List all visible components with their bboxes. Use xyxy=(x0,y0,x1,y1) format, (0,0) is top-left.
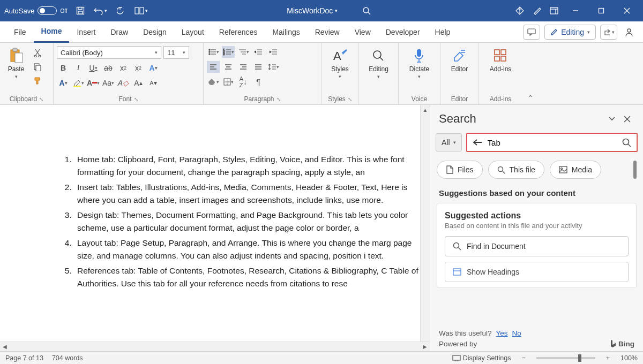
tab-layout[interactable]: Layout xyxy=(174,21,212,43)
zoom-slider[interactable] xyxy=(536,357,595,359)
grow-font-button[interactable]: A▴ xyxy=(132,77,145,89)
font-name-combo[interactable]: Calibri (Body)▾ xyxy=(57,46,161,59)
list-item: Layout tab: Page Setup, Paragraph, and A… xyxy=(74,237,420,262)
editing-group-button[interactable]: Editing▾ xyxy=(364,45,393,81)
subscript-button[interactable]: x2 xyxy=(117,62,130,74)
tab-insert[interactable]: Insert xyxy=(69,21,103,43)
account-icon[interactable] xyxy=(622,27,637,37)
clipboard-dialog-launcher[interactable]: ⤡ xyxy=(39,96,43,102)
minimize-button[interactable] xyxy=(564,0,587,21)
brush-icon[interactable] xyxy=(529,3,544,18)
font-dialog-launcher[interactable]: ⤡ xyxy=(134,96,138,102)
pill-scrollbar[interactable] xyxy=(633,161,637,179)
align-center-button[interactable] xyxy=(222,61,235,73)
tab-design[interactable]: Design xyxy=(136,21,174,43)
show-marks-button[interactable]: ¶ xyxy=(252,76,265,88)
italic-button[interactable]: I xyxy=(72,62,85,74)
line-spacing-button[interactable]: ▾ xyxy=(267,61,280,73)
word-count[interactable]: 704 words xyxy=(52,354,83,362)
strikethrough-button[interactable]: ab xyxy=(102,62,115,74)
sort-button[interactable]: AZ↓ xyxy=(237,76,250,88)
autosave-toggle[interactable]: AutoSave Off xyxy=(4,6,68,15)
zoom-in-button[interactable]: + xyxy=(604,354,612,362)
svg-point-9 xyxy=(627,29,631,32)
display-settings[interactable]: Display Settings xyxy=(452,354,511,362)
search-input[interactable] xyxy=(488,138,617,147)
back-arrow-icon[interactable] xyxy=(473,139,482,146)
zoom-level[interactable]: 100% xyxy=(620,354,638,362)
numbering-button[interactable]: 123▾ xyxy=(222,46,235,58)
tab-mailings[interactable]: Mailings xyxy=(265,21,307,43)
tab-file[interactable]: File xyxy=(6,21,34,43)
superscript-button[interactable]: x2 xyxy=(132,62,145,74)
editor-button[interactable]: Editor xyxy=(447,45,473,75)
tab-references[interactable]: References xyxy=(212,21,265,43)
document-title[interactable]: MiscWorkDoc▾ xyxy=(287,6,338,15)
undo-icon[interactable]: ▾ xyxy=(93,3,108,18)
window-mode-icon[interactable] xyxy=(547,3,562,18)
tab-draw[interactable]: Draw xyxy=(103,21,136,43)
highlight-button[interactable]: ▾ xyxy=(72,77,85,89)
horizontal-scrollbar[interactable]: ◀▶ xyxy=(0,342,430,351)
dictate-button[interactable]: Dictate▾ xyxy=(405,45,433,81)
close-pane-button[interactable] xyxy=(619,111,634,126)
text-effects-button[interactable]: A▾ xyxy=(147,62,160,74)
styles-dialog-launcher[interactable]: ⤡ xyxy=(348,96,352,102)
pill-files[interactable]: Files xyxy=(437,161,483,179)
tab-review[interactable]: Review xyxy=(308,21,347,43)
paste-button[interactable]: Paste▾ xyxy=(3,45,29,81)
shading-button[interactable]: ▾ xyxy=(207,76,220,88)
search-submit-icon[interactable] xyxy=(622,138,631,147)
zoom-out-button[interactable]: − xyxy=(519,354,527,362)
decrease-indent-button[interactable] xyxy=(252,46,265,58)
feedback-no[interactable]: No xyxy=(512,329,521,337)
collapse-ribbon-button[interactable]: ⌃ xyxy=(522,92,539,104)
font-size-combo[interactable]: 11▾ xyxy=(163,46,189,59)
bold-button[interactable]: B xyxy=(57,62,70,74)
cut-icon[interactable] xyxy=(31,47,44,59)
vertical-scrollbar[interactable]: ▲ xyxy=(420,105,430,342)
paragraph-dialog-launcher[interactable]: ⤡ xyxy=(276,96,281,102)
align-left-button[interactable] xyxy=(207,61,220,73)
diamond-icon[interactable] xyxy=(512,3,527,18)
align-right-button[interactable] xyxy=(237,61,250,73)
tab-view[interactable]: View xyxy=(347,21,378,43)
maximize-button[interactable] xyxy=(589,0,613,21)
increase-indent-button[interactable] xyxy=(267,46,280,58)
document-page[interactable]: Home tab: Clipboard, Font, Paragraph, St… xyxy=(0,105,420,342)
save-icon[interactable] xyxy=(73,3,88,18)
view-mode-icon[interactable]: ▾ xyxy=(134,3,149,18)
copy-icon[interactable] xyxy=(31,61,44,73)
justify-button[interactable] xyxy=(252,61,265,73)
editing-mode-button[interactable]: Editing▾ xyxy=(544,25,596,40)
change-case-button[interactable]: Aa▾ xyxy=(102,77,115,89)
page-indicator[interactable]: Page 7 of 13 xyxy=(5,354,43,362)
close-button[interactable] xyxy=(615,0,639,21)
clear-format-button[interactable]: A◇ xyxy=(117,77,130,89)
pill-thisfile[interactable]: This file xyxy=(488,161,544,179)
feedback-yes[interactable]: Yes xyxy=(496,329,508,337)
borders-button[interactable]: ▾ xyxy=(222,76,235,88)
search-box[interactable] xyxy=(466,133,638,152)
share-button[interactable]: ▾ xyxy=(600,25,617,40)
font-color-button[interactable]: A▾ xyxy=(87,77,100,89)
search-icon[interactable] xyxy=(359,3,374,18)
show-headings-button[interactable]: Show Headings xyxy=(445,262,629,282)
shrink-font-button[interactable]: A▾ xyxy=(147,77,160,89)
addins-button[interactable]: Add-ins xyxy=(485,45,516,75)
tab-help[interactable]: Help xyxy=(428,21,458,43)
chevron-down-icon[interactable] xyxy=(604,111,619,126)
format-painter-icon[interactable] xyxy=(31,75,44,87)
pill-media[interactable]: Media xyxy=(550,161,601,179)
find-in-document-button[interactable]: Find in Document xyxy=(445,236,629,256)
text-fill-button[interactable]: A▾ xyxy=(57,77,70,89)
comments-button[interactable] xyxy=(523,25,540,40)
bullets-button[interactable]: ▾ xyxy=(207,46,220,58)
multilevel-button[interactable]: ▾ xyxy=(237,46,250,58)
redo-icon[interactable] xyxy=(114,3,129,18)
search-scope-all[interactable]: All▾ xyxy=(436,133,462,151)
tab-developer[interactable]: Developer xyxy=(378,21,428,43)
styles-button[interactable]: AStyles▾ xyxy=(327,45,353,81)
underline-button[interactable]: U▾ xyxy=(87,62,100,74)
tab-home[interactable]: Home xyxy=(34,21,70,43)
